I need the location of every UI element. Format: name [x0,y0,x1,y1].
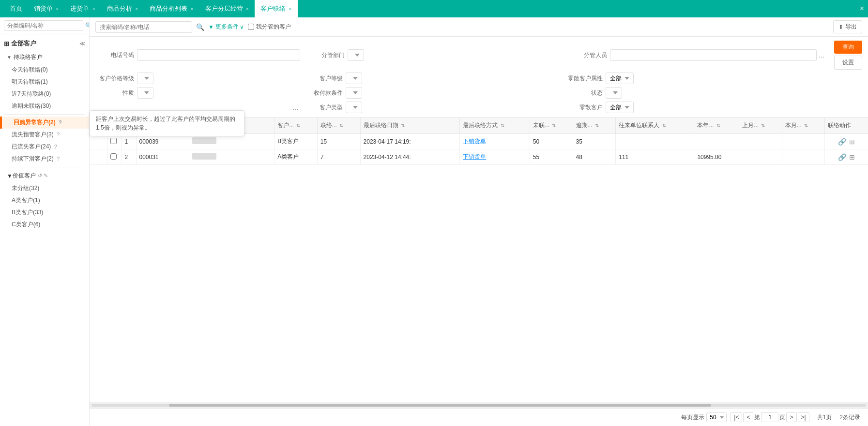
retail-customer-select[interactable]: 全部 [606,102,634,113]
status-select[interactable] [606,87,622,99]
sidebar-item-b-class[interactable]: B类客户(33) [0,206,89,219]
action-link-icon-1[interactable]: 🔗 [838,138,846,146]
cell-last-contact-way-2[interactable]: 下销货单 [460,149,530,165]
search-button[interactable]: 🔍 [196,23,204,31]
sidebar-item-today[interactable]: 今天待联络(0) [0,64,89,76]
sidebar-body: ⊞ 全部客户 ≪ ▼ 待联络客户 今天待联络(0) 明天待联络(1) 近7天待联… [0,34,89,426]
sidebar-item-c-class[interactable]: C类客户(6) [0,219,89,231]
sort-last-contact-way[interactable]: ⇅ [501,123,504,128]
declining-help-icon[interactable]: ? [57,156,60,162]
sidebar-divider-1 [4,114,85,115]
churn-warning-help-icon[interactable]: ? [57,132,60,137]
nav-item-analysis[interactable]: 商品分析 × [101,0,144,17]
scrollbar-thumb[interactable] [169,404,711,407]
repurchase-help-icon[interactable]: ? [59,119,62,125]
sort-overdue[interactable]: ⇅ [595,123,599,128]
sidebar-search-icon[interactable]: 🔍 [85,22,90,29]
price-grade-select[interactable] [137,73,153,84]
rotate-icon[interactable]: ↺ [38,173,42,179]
cell-overdue-2: 48 [573,149,616,165]
manager-dots[interactable]: ... [819,51,824,59]
close-tier-tab[interactable]: × [246,6,249,12]
customer-type-select[interactable] [346,102,362,113]
export-button[interactable]: ⬆ 导出 [833,20,862,33]
payment-select[interactable] [346,87,362,99]
cell-code-2[interactable]: 000031 [136,149,189,165]
close-analysis-list-tab[interactable]: × [190,6,193,12]
sidebar-item-tomorrow[interactable]: 明天待联络(1) [0,76,89,88]
first-page-btn[interactable]: |< [731,412,742,422]
action-grid-icon-2[interactable]: ⊞ [849,153,855,161]
prev-page-btn[interactable]: < [743,412,753,422]
action-link-icon-2[interactable]: 🔗 [838,153,846,161]
sort-last-contact-date[interactable]: ⇅ [401,123,405,128]
sidebar-value-group[interactable]: ▼ 价值客户 ↺ ✎ [0,169,89,182]
sidebar-item-declining[interactable]: 持续下滑客户(2) ? [0,153,89,165]
row2-checkbox[interactable] [110,153,117,160]
page-input[interactable] [761,412,778,422]
nav-item-customer-contact[interactable]: 客户联络 × [255,0,297,17]
close-analysis-tab[interactable]: × [135,6,138,12]
cell-index-2: 2 [122,149,136,165]
next-page-btn[interactable]: > [786,412,796,422]
cell-last-contact-date-1: 2023-04-17 14:19: [360,134,460,149]
sort-this-month[interactable]: ⇅ [804,123,808,128]
row2-actions: 🔗 ⊞ [828,153,865,161]
filter-row-3: 性质 收付款条件 状态 [95,87,862,99]
query-button[interactable]: 查询 [834,41,862,54]
sidebar-item-overdue[interactable]: 逾期未联络(30) [0,100,89,112]
my-customers-check[interactable] [248,24,254,30]
sidebar: 🔍 ⊞ 全部客户 ≪ ▼ 待联络客户 今天待联络(0) 明天待联络(1) 近7天… [0,17,90,426]
gender-select[interactable] [137,87,153,99]
per-page-select[interactable]: 50 [706,412,727,422]
close-sales-tab[interactable]: × [56,6,59,12]
churned-help-icon[interactable]: ? [54,144,57,149]
manager-input[interactable] [610,49,817,61]
search-input[interactable] [95,21,192,33]
customer-grade-select[interactable] [346,73,362,84]
sidebar-all-customers[interactable]: ⊞ 全部客户 ≪ [0,36,89,51]
action-grid-icon-1[interactable]: ⊞ [849,138,855,146]
setting-button[interactable]: 设置 [834,56,862,70]
sort-unit-contact[interactable]: ⇅ [662,123,666,128]
nav-item-customer-tier[interactable]: 客户分层经营 × [199,0,255,17]
sort-this-year[interactable]: ⇅ [716,123,720,128]
nav-item-analysis-list[interactable]: 商品分析列表 × [144,0,199,17]
nav-item-sales[interactable]: 销货单 × [28,0,64,17]
dept-select[interactable] [348,49,364,61]
sidebar-item-ungrouped[interactable]: 未分组(32) [0,182,89,194]
close-contact-tab[interactable]: × [289,6,291,12]
sidebar-collapse-btn[interactable]: ≪ [79,41,85,47]
sort-contact[interactable]: ⇅ [339,123,343,128]
retail-attr-select[interactable]: 全部 [606,73,634,84]
sort-last-month[interactable]: ⇅ [761,123,765,128]
nav-item-home[interactable]: 首页 [4,0,28,17]
my-customers-checkbox[interactable]: 我分管的客户 [248,23,291,31]
filter-customer-grade: 客户等级 [304,73,558,84]
close-purchase-tab[interactable]: × [92,6,95,12]
sidebar-item-a-class[interactable]: A类客户(1) [0,194,89,206]
extra-dots[interactable]: ... [293,103,299,111]
cell-actions-2: 🔗 ⊞ [825,149,868,165]
cell-last-contact-way-1[interactable]: 下销货单 [460,134,530,149]
th-last-contact-way: 最后联络方式 ⇅ [460,118,530,134]
sidebar-pending-group[interactable]: ▼ 待联络客户 [0,51,89,64]
phone-input[interactable] [137,49,300,61]
sort-category[interactable]: ⇅ [296,123,300,128]
pagination: 每页显示 50 |< < 第 页 > >| 共1页 2条记录 [90,408,868,426]
sidebar-item-repurchase-abnormal[interactable]: 回购异常客户(2) ? [0,117,89,129]
row1-checkbox[interactable] [110,138,117,144]
close-all-tabs[interactable]: × [860,4,864,13]
filter-row-1: 电话号码 分管部门 分管人员 ... 查询 设置 [95,41,862,70]
horizontal-scrollbar[interactable] [90,402,868,408]
sidebar-item-7days[interactable]: 近7天待联络(0) [0,88,89,100]
edit-icon[interactable]: ✎ [44,173,48,179]
th-overdue: 逾期... ⇅ [573,118,616,134]
nav-item-purchase[interactable]: 进货单 × [64,0,101,17]
sidebar-search-input[interactable] [4,20,83,31]
more-conditions-btn[interactable]: ▼ 更多条件 ∨ [208,23,244,31]
sidebar-item-churn-warning[interactable]: 流失预警客户(3) ? [0,129,89,141]
sidebar-item-churned[interactable]: 已流失客户(24) ? [0,141,89,153]
sort-unread[interactable]: ⇅ [552,123,556,128]
last-page-btn[interactable]: >| [798,412,809,422]
